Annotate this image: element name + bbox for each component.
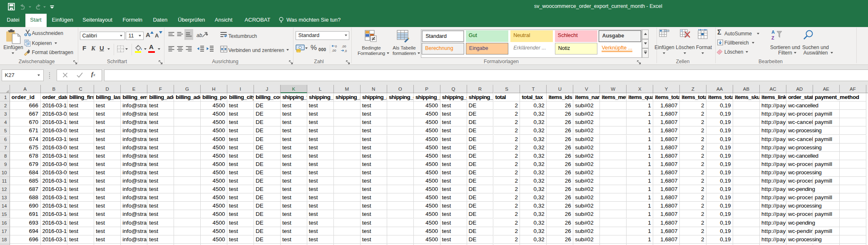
svg-text:0: 0 (335, 45, 337, 48)
svg-text:,00: ,00 (332, 49, 336, 52)
svg-text:Z: Z (771, 35, 774, 40)
svg-text:,00: ,00 (342, 45, 346, 48)
svg-text:,0: ,0 (344, 49, 347, 52)
svg-text:A: A (771, 30, 775, 35)
